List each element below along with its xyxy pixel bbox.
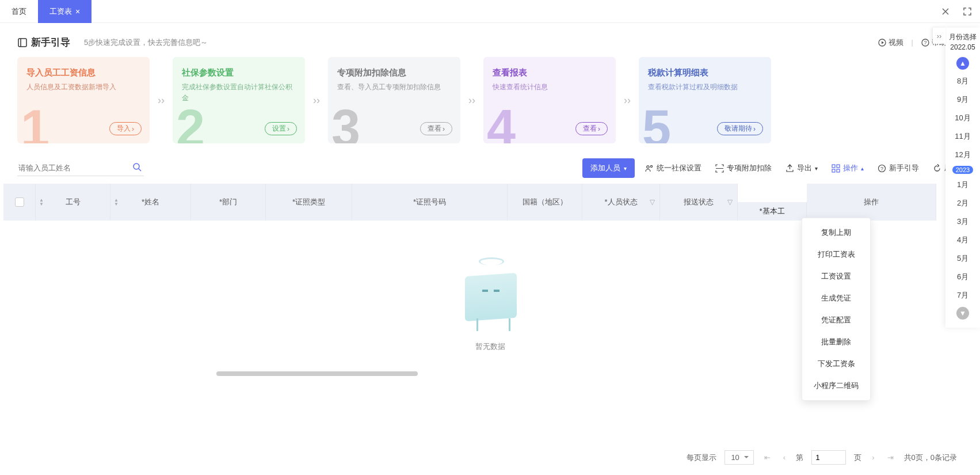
svg-text:?: ? <box>880 166 883 172</box>
step-deduct-button[interactable]: 查看› <box>420 122 452 135</box>
perpage-select[interactable]: 10 <box>724 450 753 465</box>
help-icon: ? <box>878 164 886 173</box>
fullscreen-icon[interactable] <box>960 5 974 18</box>
add-person-button[interactable]: 添加人员 ▾ <box>582 158 635 178</box>
video-link[interactable]: 视频 <box>878 37 903 48</box>
th-name[interactable]: ▲▼ *姓名 <box>110 184 191 221</box>
book-icon <box>17 37 28 48</box>
dd-send-slip[interactable]: 下发工资条 <box>802 353 870 375</box>
last-page-icon[interactable]: ⇥ <box>885 452 896 463</box>
guide-button[interactable]: ? 新手引导 <box>874 161 922 176</box>
svg-rect-10 <box>837 169 840 172</box>
svg-point-5 <box>647 165 649 168</box>
horizontal-scrollbar[interactable] <box>216 371 418 376</box>
month-item[interactable]: 3月 <box>945 212 980 231</box>
dd-print[interactable]: 打印工资表 <box>802 244 870 265</box>
step-report: 查看报表 快速查看统计信息 4 查看› <box>483 57 616 143</box>
th-base[interactable]: *基本工 <box>738 202 807 221</box>
month-item[interactable]: 5月 <box>945 249 980 268</box>
month-item[interactable]: 12月 <box>945 146 980 164</box>
svg-rect-7 <box>832 165 835 168</box>
month-item[interactable]: 4月 <box>945 231 980 249</box>
step-social-button[interactable]: 设置› <box>265 122 297 135</box>
month-item[interactable]: 8月 <box>945 72 980 90</box>
deduct-button[interactable]: 专项附加扣除 <box>712 161 775 176</box>
first-page-icon[interactable]: ⇤ <box>762 452 773 463</box>
pagination: 每页显示 10 ⇤ ‹ 第 页 › ⇥ 共0页，0条记录 <box>687 450 957 465</box>
help-icon: ? <box>921 39 929 47</box>
guide-subtitle: 5步快速完成设置，快去完善信息吧～ <box>84 37 208 48</box>
guide-steps: 导入员工工资信息 人员信息及工资数据新增导入 1 导入› ›› 社保参数设置 完… <box>0 57 980 155</box>
month-item[interactable]: 6月 <box>945 268 980 286</box>
refresh-icon <box>933 164 941 173</box>
svg-point-4 <box>134 164 139 169</box>
dd-qrcode[interactable]: 小程序二维码 <box>802 375 870 397</box>
month-item[interactable]: 9月 <box>945 90 980 109</box>
pager-summary: 共0页，0条记录 <box>904 453 957 463</box>
search-input[interactable] <box>17 160 144 176</box>
th-report[interactable]: 报送状态 ▽ <box>660 184 738 221</box>
month-item[interactable]: 10月 <box>945 109 980 127</box>
export-button[interactable]: 导出 ▾ <box>782 161 821 176</box>
month-item[interactable]: 7月 <box>945 286 980 305</box>
tab-home[interactable]: 首页 <box>0 0 38 23</box>
dd-gen-voucher[interactable]: 生成凭证 <box>802 287 870 309</box>
social-settings-button[interactable]: 统一社保设置 <box>642 161 705 176</box>
th-status[interactable]: *人员状态 ▽ <box>582 184 660 221</box>
step-social: 社保参数设置 完成社保参数设置自动计算社保公积金 2 设置› <box>173 57 305 143</box>
month-scroll-up[interactable]: ▲ <box>956 57 969 70</box>
th-salary-group: 工资信息 *基本工 <box>738 184 807 221</box>
month-panel-date: 2022.05 <box>950 43 975 55</box>
chevron-down-icon: ▾ <box>624 165 627 172</box>
panel-collapse-icon[interactable]: ›› <box>933 28 945 44</box>
th-idtype[interactable]: *证照类型 <box>266 184 352 221</box>
month-item[interactable]: 11月 <box>945 127 980 146</box>
toolbar: 添加人员 ▾ 统一社保设置 专项附加扣除 导出 ▾ 操作 ▴ ? 新手引导 刷新 <box>0 155 980 184</box>
tab-bar: 首页 工资表 × <box>0 0 980 23</box>
month-scroll-down[interactable]: ▼ <box>956 307 969 320</box>
select-all-checkbox[interactable] <box>15 197 24 207</box>
step-tax-button[interactable]: 敬请期待› <box>717 122 763 135</box>
perpage-label: 每页显示 <box>687 453 716 463</box>
grid-icon <box>832 164 840 173</box>
svg-rect-0 <box>18 39 26 47</box>
next-page-icon[interactable]: › <box>870 452 876 463</box>
people-icon <box>645 164 654 173</box>
sort-icon[interactable]: ▲▼ <box>114 198 119 206</box>
dd-voucher-config[interactable]: 凭证配置 <box>802 309 870 331</box>
month-panel: ›› 月份选择 2022.05 ▲ 8月 9月 10月 11月 12月 2023… <box>945 28 980 328</box>
export-icon <box>785 164 794 173</box>
th-idno[interactable]: *证照号码 <box>352 184 508 221</box>
prev-page-icon[interactable]: ‹ <box>781 452 788 463</box>
tab-payroll[interactable]: 工资表 × <box>38 0 91 23</box>
empty-illustration <box>444 255 536 330</box>
operate-button[interactable]: 操作 ▴ <box>828 161 867 176</box>
step-report-button[interactable]: 查看› <box>575 122 608 135</box>
step-deduct: 专项附加扣除信息 查看、导入员工专项附加扣除信息 3 查看› <box>328 57 460 143</box>
dd-salary-settings[interactable]: 工资设置 <box>802 265 870 287</box>
search-icon[interactable] <box>132 162 142 172</box>
dd-copy-prev[interactable]: 复制上期 <box>802 222 870 244</box>
month-item[interactable]: 2月 <box>945 194 980 212</box>
filter-icon[interactable]: ▽ <box>650 198 655 206</box>
guide-header: 新手引导 5步快速完成设置，快去完善信息吧～ 视频 | ? 帮助 <box>0 23 980 57</box>
dd-batch-delete[interactable]: 批量删除 <box>802 331 870 353</box>
th-id[interactable]: ▲▼ 工号 <box>36 184 110 221</box>
step-import-button[interactable]: 导入› <box>109 122 142 135</box>
operate-dropdown: 复制上期 打印工资表 工资设置 生成凭证 凭证配置 批量删除 下发工资条 小程序… <box>802 218 871 401</box>
page-input[interactable] <box>811 450 846 465</box>
th-dept[interactable]: *部门 <box>191 184 266 221</box>
th-nation[interactable]: 国籍（地区） <box>508 184 582 221</box>
sort-icon[interactable]: ▲▼ <box>39 198 44 206</box>
svg-rect-9 <box>832 169 835 172</box>
svg-rect-8 <box>837 165 840 168</box>
close-icon[interactable] <box>939 5 952 18</box>
step-import: 导入员工工资信息 人员信息及工资数据新增导入 1 导入› <box>17 57 150 143</box>
tab-label: 工资表 <box>49 0 72 23</box>
close-icon[interactable]: × <box>75 0 80 23</box>
svg-text:?: ? <box>924 40 926 45</box>
chevron-right-icon: ›› <box>624 94 631 107</box>
search-wrap <box>17 160 144 176</box>
filter-icon[interactable]: ▽ <box>727 198 733 206</box>
month-item[interactable]: 1月 <box>945 176 980 194</box>
